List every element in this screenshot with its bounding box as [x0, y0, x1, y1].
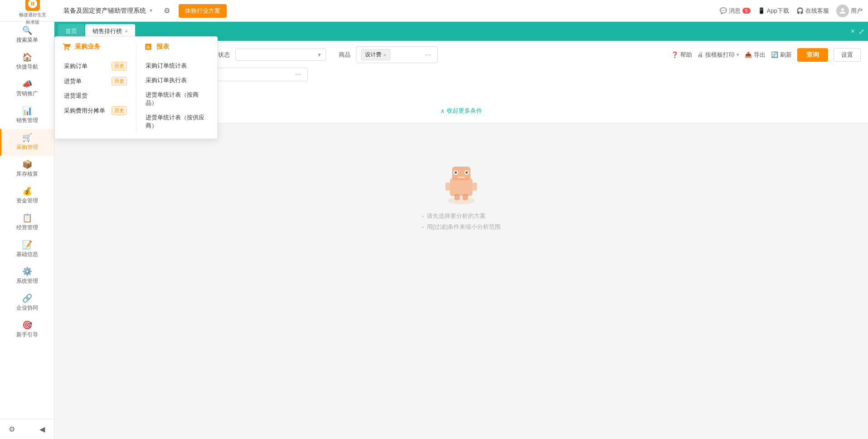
history-badge: 历史 [112, 106, 127, 115]
menu-item-label: 采购费用分摊单 [64, 107, 105, 115]
menu-col1-title-label: 采购业务 [75, 43, 100, 51]
menu-item-po-exec[interactable]: 采购订单执行表 [144, 73, 210, 88]
menu-col2-title: 报表 [144, 42, 210, 54]
history-badge: 历史 [112, 62, 127, 70]
menu-item-po-stats[interactable]: 采购订单统计表 [144, 59, 210, 73]
menu-item-label: 采购订单 [64, 62, 88, 70]
menu-item-purchase-order[interactable]: 采购订单 历史 [62, 59, 129, 74]
menu-item-return-goods[interactable]: 进货退货 [62, 89, 129, 103]
menu-item-purchase-expense[interactable]: 采购费用分摊单 历史 [62, 103, 129, 118]
menu-item-receive-stats-goods[interactable]: 进货单统计表（按商品） [144, 88, 210, 110]
menu-item-receive-goods[interactable]: 进货单 历史 [62, 74, 129, 89]
menu-item-label: 采购订单执行表 [146, 76, 187, 84]
menu-item-receive-stats-supplier[interactable]: 进货单统计表（按供应商） [144, 110, 210, 133]
menu-col2-title-label: 报表 [156, 43, 169, 51]
history-badge: 历史 [112, 77, 127, 85]
menu-item-label: 进货单统计表（按供应商） [146, 113, 209, 130]
menu-col-reports: 报表 采购订单统计表 采购订单执行表 进货单统计表（按商品） 进货单统计表（按供… [137, 42, 218, 133]
reports-icon [144, 42, 153, 51]
menu-item-label: 进货退货 [64, 92, 88, 100]
menu-item-label: 采购订单统计表 [146, 62, 187, 70]
purchase-business-icon [62, 42, 71, 51]
purchase-dropdown-menu: 采购业务 采购订单 历史 进货单 历史 进货退货 采购费用分摊单 历史 报表 采… [54, 36, 218, 139]
menu-col-purchase-business: 采购业务 采购订单 历史 进货单 历史 进货退货 采购费用分摊单 历史 [55, 42, 137, 133]
menu-item-label: 进货单 [64, 77, 82, 85]
menu-item-label: 进货单统计表（按商品） [146, 91, 209, 107]
menu-col1-title: 采购业务 [62, 42, 129, 54]
